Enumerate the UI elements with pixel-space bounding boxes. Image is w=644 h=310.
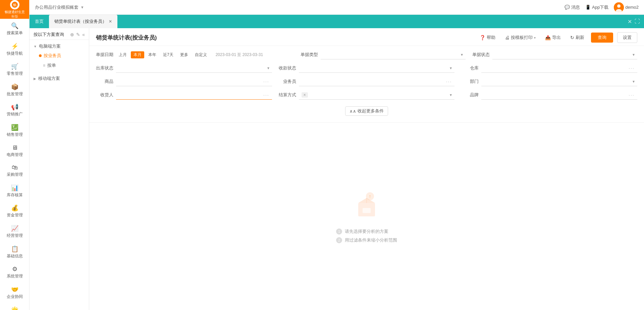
date-label: 单据日期 [96,52,113,58]
help-btn[interactable]: ❓ 帮助 [477,33,498,42]
consignee-dots-icon: ··· [263,92,269,98]
add-scheme-icon[interactable]: ⊕ [70,32,74,37]
tip-2-text: 用过滤条件来缩小分析范围 [345,237,397,243]
sidebar-item-purchase[interactable]: 🛍 采购管理 [0,161,30,181]
settings-button[interactable]: 设置 [617,32,637,43]
tip-1-text: 请先选择要分析的方案 [345,228,388,235]
operations-icon: 📈 [11,225,18,232]
sidebar-item-sales[interactable]: 💹 销售管理 [0,120,30,141]
doc-status-control[interactable]: ▾ [492,50,637,59]
topbar-right: 💬 消息 📱 App下载 demo2 [565,2,639,12]
goods-control[interactable]: ··· [116,77,272,86]
empty-illustration: ↑ [350,190,383,223]
left-panel-header: 按以下方案查询 ⊕ ✎ « [30,28,89,40]
warehouse-label: 仓库 [461,65,479,71]
tab-sales-stat[interactable]: 销货单统计表（按业务员） ✕ [49,15,117,28]
scheme-group-mobile-header[interactable]: ▶ 移动端方案 [30,74,89,83]
tab-expand-icon[interactable]: ⛶ [635,18,640,24]
scheme-item-by-salesman[interactable]: 按业务员 [30,51,89,61]
page-area: 按以下方案查询 ⊕ ✎ « ▼ 电脑端方案 按业务员 ≡ 按单 [30,28,644,310]
message-icon: 💬 [565,5,570,10]
sidebar-item-ecommerce-label: 电商管理 [7,152,23,158]
sidebar-item-quick-nav-label: 快捷导航 [7,51,23,56]
dept-control[interactable]: ▾ [481,77,637,86]
tab-close-window-icon[interactable]: ✕ [628,18,632,25]
salesman-control[interactable]: ··· [299,77,455,86]
filter-row-4: 收货人 ··· 结算方式 × ▾ [96,90,637,100]
sidebar-item-newbie[interactable]: 🌟 新手引导 [0,303,30,310]
breadcrumb-dropdown-icon[interactable]: ▾ [81,5,84,10]
sidebar-item-search-label: 搜索菜单 [7,31,23,36]
message-btn[interactable]: 💬 消息 [565,4,580,10]
brand-control[interactable]: ··· [481,90,637,100]
query-button[interactable]: 查询 [591,33,613,43]
scheme-item-by-order[interactable]: ≡ 按单 [30,61,89,70]
sidebar-item-inventory[interactable]: 📊 库存核算 [0,181,30,201]
app-download-btn[interactable]: 📱 App下载 [585,4,608,10]
sidebar-item-enterprise[interactable]: 🤝 企业协同 [0,282,30,303]
message-label: 消息 [571,4,580,10]
empty-tips: 1 请先选择要分析的方案 2 用过滤条件来缩小分析范围 [336,228,397,243]
consignee-control[interactable]: ··· [116,90,272,100]
tabbar: 首页 销货单统计表（按业务员） ✕ ✕ ⛶ [30,15,644,28]
newbie-icon: 🌟 [11,306,18,310]
refresh-btn[interactable]: ↻ 刷新 [568,33,587,42]
edit-scheme-icon[interactable]: ✎ [76,32,80,37]
sidebar-item-wholesale[interactable]: 📦 批发管理 [0,80,30,100]
date-btn-本年[interactable]: 本年 [146,51,159,58]
date-btn-上月[interactable]: 上月 [116,51,129,58]
date-btn-近7天[interactable]: 近7天 [160,51,176,58]
filter-goods: 商品 ··· [96,77,272,86]
scheme-group-desktop-header[interactable]: ▼ 电脑端方案 [30,42,89,51]
payment-method-control[interactable]: × ▾ [299,90,455,100]
sidebar-item-operations[interactable]: 📈 经营管理 [0,221,30,242]
app-subtitle: 标版 [11,14,18,19]
out-status-control[interactable]: ▾ [116,63,272,73]
date-btn-本月[interactable]: 本月 [131,51,144,58]
sidebar-item-sales-label: 销售管理 [7,132,23,138]
app-download-label: App下载 [592,4,608,10]
print-btn[interactable]: 🖨 按模板打印 ▾ [502,33,538,42]
home-tab-label: 首页 [35,18,44,24]
sidebar-item-basic-info[interactable]: 📋 基础信息 [0,242,30,262]
tabbar-actions: ✕ ⛶ [628,18,644,25]
user-name: demo2 [625,5,639,10]
warehouse-control[interactable]: ··· [481,63,637,73]
consignee-label: 收货人 [96,92,113,98]
sidebar-item-finance-label: 资金管理 [7,213,23,218]
doc-type-control[interactable]: ▾ [321,50,466,59]
collapse-panel-icon[interactable]: « [82,32,85,37]
export-label: 导出 [552,35,561,41]
date-btn-自定义[interactable]: 自定义 [192,51,210,58]
scheme-group-mobile: ▶ 移动端方案 [30,72,89,85]
goods-dots-icon: ··· [263,79,269,84]
sidebar-item-marketing[interactable]: 📢 营销推广 [0,100,30,120]
sidebar-item-search[interactable]: 🔍 搜索菜单 [0,19,30,39]
sidebar-item-ecommerce[interactable]: 🖥 电商管理 [0,141,30,161]
collapse-btn[interactable]: ∧∧ 收起更多条件 [345,106,388,116]
payment-tag-close-icon[interactable]: × [304,93,306,97]
export-btn[interactable]: 📤 导出 [542,33,564,42]
date-btn-更多[interactable]: 更多 [177,51,191,58]
empty-tip-2: 2 用过滤条件来缩小分析范围 [336,237,397,243]
scheme-group-desktop-label: 电脑端方案 [39,43,61,49]
payment-method-label: 结算方式 [279,92,296,98]
phone-icon: 📱 [585,5,591,10]
svg-rect-7 [363,208,371,213]
filter-row-2: 出库状态 ▾ 收款状态 ▾ [96,63,637,73]
user-avatar[interactable]: demo2 [614,2,639,12]
receipt-status-control[interactable]: ▾ [299,63,455,73]
sidebar-item-quick-nav[interactable]: ⚡ 快捷导航 [0,39,30,60]
svg-point-3 [617,4,621,8]
filter-brand: 品牌 ··· [461,90,637,100]
sidebar-item-finance[interactable]: 💰 资金管理 [0,201,30,221]
sidebar-item-retail[interactable]: 🛒 零售管理 [0,59,30,80]
filter-date: 单据日期 上月本月本年近7天更多自定义 2023-03-01 至 2023-03… [96,51,294,58]
avatar-circle [614,2,624,12]
sidebar-item-system[interactable]: ⚙ 系统管理 [0,262,30,282]
basic-info-icon: 📋 [11,245,18,253]
tab-close-icon[interactable]: ✕ [109,19,112,24]
tab-home[interactable]: 首页 [30,15,49,28]
sales-icon: 💹 [11,124,18,131]
left-panel: 按以下方案查询 ⊕ ✎ « ▼ 电脑端方案 按业务员 ≡ 按单 [30,28,89,310]
